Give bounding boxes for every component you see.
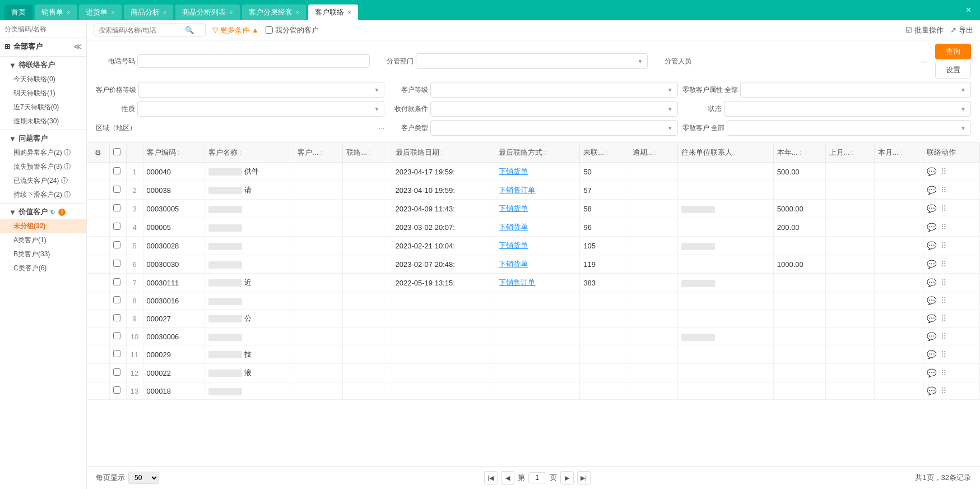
contact-method-link[interactable]: 下销售订单 [499, 186, 535, 194]
last-method-cell[interactable]: 下销售订单 [495, 181, 580, 200]
code-col-header[interactable]: 客户编码 : [143, 143, 205, 163]
value-customers-group[interactable]: ▼ 价值客户 ↻ ! [0, 205, 86, 219]
retail-attr-select[interactable]: ▼ [740, 82, 971, 98]
dept-select[interactable]: ▼ [416, 53, 648, 69]
unit-contact-col-header[interactable]: 往来单位联系人 : [677, 143, 773, 163]
row-checkbox[interactable] [113, 314, 120, 321]
more-icon[interactable]: ⠿ [941, 296, 946, 305]
contact-method-link[interactable]: 下销货单 [499, 223, 528, 231]
row-checkbox[interactable] [113, 204, 120, 211]
search-icon[interactable]: 🔍 [185, 26, 194, 34]
this-year-col-header[interactable]: 本年... : [773, 143, 825, 163]
last-method-cell[interactable] [495, 382, 580, 400]
chat-icon[interactable]: 💬 [927, 296, 936, 305]
page-number-input[interactable] [528, 472, 546, 483]
search-button[interactable]: 查询 [935, 44, 971, 59]
price-level-select[interactable]: ▼ [138, 82, 384, 98]
last-method-cell[interactable]: 下销货单 [495, 163, 580, 181]
contact-method-link[interactable]: 下销货单 [499, 204, 528, 213]
checkbox-cell[interactable] [109, 310, 126, 328]
row-checkbox[interactable] [113, 350, 120, 357]
more-icon[interactable]: ⠿ [941, 314, 946, 323]
chat-icon[interactable]: 💬 [927, 386, 936, 395]
checkbox-cell[interactable] [109, 345, 126, 364]
row-checkbox[interactable] [113, 278, 120, 285]
settings-col-header[interactable]: ⚙ [87, 143, 109, 163]
tab-product-analysis-list[interactable]: 商品分析列表 × [175, 4, 239, 20]
region-dots[interactable]: ··· [378, 124, 384, 132]
last-method-cell[interactable]: 下销售订单 [495, 274, 580, 292]
chat-icon[interactable]: 💬 [927, 223, 936, 232]
tab-customer-layer[interactable]: 客户分层经客 × [242, 4, 306, 20]
tab-home[interactable]: 首页 [4, 4, 32, 20]
contact-method-link[interactable]: 下销货单 [499, 241, 528, 250]
sidebar-item-overdue[interactable]: 逾期未联络(30) [0, 114, 86, 128]
last-month-col-header[interactable]: 上月... : [825, 143, 874, 163]
sidebar-item-b-class[interactable]: B类客户(33) [0, 247, 86, 261]
checkbox-cell[interactable] [109, 328, 126, 345]
row-checkbox[interactable] [113, 223, 120, 230]
last-page-button[interactable]: ▶| [577, 471, 591, 485]
chat-icon[interactable]: 💬 [927, 167, 936, 176]
nature-select[interactable]: ▼ [137, 101, 384, 117]
chat-icon[interactable]: 💬 [927, 260, 936, 269]
my-customers-check[interactable] [266, 26, 273, 34]
search-box[interactable]: 🔍 [94, 24, 206, 36]
row-checkbox[interactable] [113, 186, 120, 193]
batch-ops-button[interactable]: ☑ 批量操作 [905, 25, 944, 35]
last-method-cell[interactable]: 下销货单 [495, 255, 580, 274]
checkbox-cell[interactable] [109, 181, 126, 200]
type-col-header[interactable]: 客户... : [294, 143, 343, 163]
tab-sales-order[interactable]: 销售单 × [35, 4, 77, 20]
checkbox-cell[interactable] [109, 237, 126, 255]
checkbox-cell[interactable] [109, 364, 126, 382]
customer-type-select[interactable]: ▼ [430, 120, 677, 136]
checkbox-cell[interactable] [109, 382, 126, 400]
more-icon[interactable]: ⠿ [941, 223, 946, 232]
row-checkbox[interactable] [113, 167, 120, 174]
close-customer-layer-icon[interactable]: × [296, 9, 299, 16]
all-customers-header[interactable]: ⊞ 全部客户 ≪ [0, 38, 86, 55]
checkbox-col-header[interactable] [109, 143, 126, 163]
more-icon[interactable]: ⠿ [941, 260, 946, 269]
checkbox-cell[interactable] [109, 218, 126, 237]
chat-icon[interactable]: 💬 [927, 314, 936, 323]
next-page-button[interactable]: ▶ [560, 471, 574, 485]
last-method-cell[interactable]: 下销货单 [495, 237, 580, 255]
collapse-all-icon[interactable]: ≪ [73, 42, 82, 51]
sidebar-item-lost[interactable]: 已流失客户(24) ⓘ [0, 174, 86, 188]
row-checkbox[interactable] [113, 296, 120, 303]
more-icon[interactable]: ⠿ [941, 204, 946, 213]
last-method-cell[interactable] [495, 345, 580, 364]
retail-select[interactable]: ▼ [727, 120, 971, 136]
overdue-col-header[interactable]: 逾期... : [629, 143, 677, 163]
contact-col-header[interactable]: 联络... : [343, 143, 392, 163]
tab-product-analysis[interactable]: 商品分析 × [124, 4, 173, 20]
checkbox-cell[interactable] [109, 292, 126, 310]
per-page-select[interactable]: 50 20 100 [128, 472, 159, 484]
last-method-cell[interactable] [495, 328, 580, 345]
checkbox-cell[interactable] [109, 255, 126, 274]
select-all-checkbox[interactable] [113, 148, 120, 155]
checkbox-cell[interactable] [109, 274, 126, 292]
checkbox-cell[interactable] [109, 163, 126, 181]
row-checkbox[interactable] [113, 260, 120, 267]
window-close-button[interactable]: × [962, 5, 976, 15]
close-purchase-order-icon[interactable]: × [111, 9, 114, 16]
name-col-header[interactable]: 客户名称 : [205, 143, 294, 163]
sidebar-item-tomorrow[interactable]: 明天待联络(1) [0, 86, 86, 100]
more-icon[interactable]: ⠿ [941, 386, 946, 395]
more-icon[interactable]: ⠿ [941, 332, 946, 341]
chat-icon[interactable]: 💬 [927, 332, 936, 341]
chat-icon[interactable]: 💬 [927, 368, 936, 377]
first-page-button[interactable]: |◀ [484, 471, 498, 485]
status-select[interactable]: ▼ [724, 101, 971, 117]
contact-method-link[interactable]: 下销货单 [499, 167, 528, 176]
row-checkbox[interactable] [113, 368, 120, 376]
this-month-col-header[interactable]: 本月... : [874, 143, 923, 163]
search-input[interactable] [99, 26, 183, 34]
contact-method-link[interactable]: 下销售订单 [499, 278, 535, 287]
chat-icon[interactable]: 💬 [927, 204, 936, 213]
close-customer-contact-icon[interactable]: × [347, 9, 351, 16]
sidebar-item-a-class[interactable]: A类客户(1) [0, 233, 86, 247]
